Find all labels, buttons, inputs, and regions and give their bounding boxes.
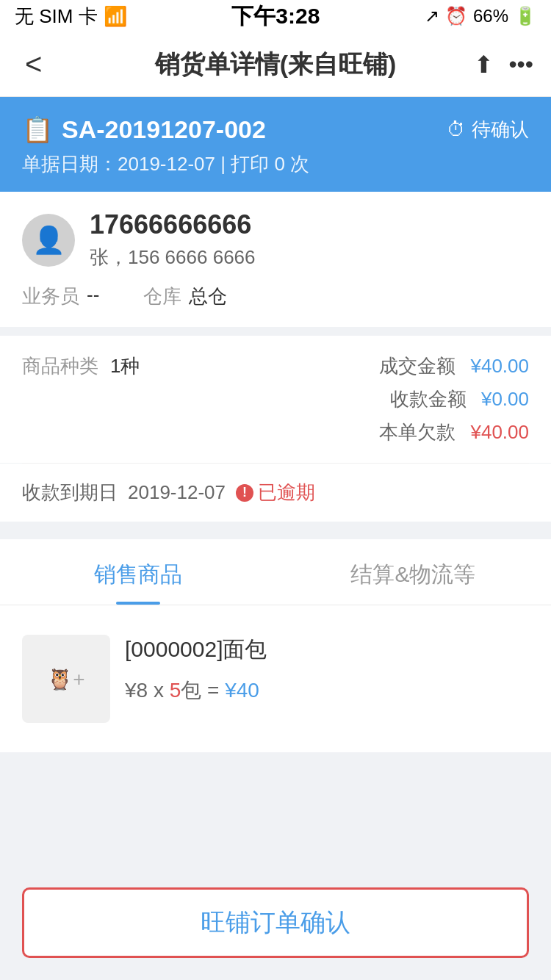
order-id-text: SA-20191207-002	[62, 115, 266, 144]
product-price-row: ¥8 x 5包 = ¥40	[125, 677, 529, 705]
tab-settlement[interactable]: 结算&物流等	[276, 539, 551, 605]
goods-type-label: 商品种类	[22, 353, 98, 379]
order-date: 单据日期：2019-12-07 | 打印 0 次	[22, 151, 529, 177]
wifi-icon: 📶	[104, 5, 127, 28]
back-button[interactable]: <	[18, 40, 49, 88]
goods-type: 商品种类 1种	[22, 353, 140, 379]
status-left: 无 SIM 卡 📶	[15, 4, 127, 29]
amounts: 成交金额 ¥40.00 收款金额 ¥0.00 本单欠款 ¥40.00	[379, 353, 529, 445]
status-bar: 无 SIM 卡 📶 下午3:28 ↗ ⏰ 66% 🔋	[0, 0, 551, 32]
order-icon: 📋	[22, 115, 53, 144]
deal-amount-row: 成交金额 ¥40.00	[379, 353, 529, 379]
tab-settlement-label: 结算&物流等	[350, 562, 475, 586]
summary-section: 商品种类 1种 成交金额 ¥40.00 收款金额 ¥0.00 本单欠款 ¥40.…	[0, 336, 551, 463]
warehouse-item: 仓库 总仓	[143, 284, 227, 309]
product-thumbnail: 🦉+	[22, 635, 110, 723]
customer-name: 张，156 6666 6666	[90, 245, 256, 270]
order-id-row: 📋 SA-20191207-002 ⏱ 待确认	[22, 115, 529, 144]
tab-sales-goods[interactable]: 销售商品	[0, 539, 276, 605]
battery-icon: 🔋	[514, 6, 536, 26]
due-label: 收款到期日	[22, 480, 118, 505]
received-label: 收款金额	[390, 386, 467, 412]
carrier-text: 无 SIM 卡	[15, 4, 98, 29]
product-price-text: ¥8 x	[125, 679, 170, 702]
alarm-icon: ⏰	[445, 6, 467, 26]
list-item: 🦉+ [0000002]面包 ¥8 x 5包 = ¥40	[22, 620, 529, 738]
section-divider-2	[0, 522, 551, 530]
customer-row: 👤 17666666666 张，156 6666 6666	[22, 209, 529, 270]
overdue-badge: ! 已逾期	[236, 480, 315, 505]
salesperson-value: --	[87, 284, 99, 309]
tab-sales-goods-label: 销售商品	[94, 562, 182, 586]
battery-text: 66%	[473, 6, 508, 26]
clock-icon: ⏱	[447, 118, 466, 141]
received-value: ¥0.00	[481, 388, 529, 411]
overdue-text: 已逾期	[258, 480, 315, 505]
due-section: 收款到期日 2019-12-07 ! 已逾期	[0, 464, 551, 522]
product-unit: 包	[181, 679, 201, 702]
owed-amount-row: 本单欠款 ¥40.00	[379, 419, 529, 445]
status-text: 待确认	[472, 117, 529, 143]
order-status: ⏱ 待确认	[447, 117, 529, 143]
customer-info: 17666666666 张，156 6666 6666	[90, 209, 256, 270]
warehouse-value: 总仓	[189, 284, 227, 309]
order-id: 📋 SA-20191207-002	[22, 115, 266, 144]
owed-label: 本单欠款	[379, 419, 455, 445]
product-name: [0000002]面包	[125, 635, 529, 665]
equals-sign: =	[201, 679, 225, 702]
tabs: 销售商品 结算&物流等	[0, 539, 551, 605]
deal-amount-label: 成交金额	[379, 353, 455, 379]
time-display: 下午3:28	[231, 1, 320, 32]
section-divider-1	[0, 327, 551, 336]
page-title: 销货单详情(来自旺铺)	[155, 48, 397, 82]
received-amount-row: 收款金额 ¥0.00	[390, 386, 529, 412]
goods-type-value: 1种	[110, 353, 140, 379]
product-qty: 5	[170, 679, 181, 702]
order-header: 📋 SA-20191207-002 ⏱ 待确认 单据日期：2019-12-07 …	[0, 97, 551, 192]
salesperson-label: 业务员	[22, 284, 79, 309]
customer-section: 👤 17666666666 张，156 6666 6666 业务员 -- 仓库 …	[0, 192, 551, 327]
owed-value: ¥40.00	[470, 421, 529, 444]
customer-meta: 业务员 -- 仓库 总仓	[22, 284, 529, 309]
confirm-button-wrap: 旺铺订单确认	[0, 873, 551, 980]
more-button[interactable]: •••	[508, 51, 533, 78]
confirm-order-button[interactable]: 旺铺订单确认	[22, 887, 529, 958]
due-date: 2019-12-07	[128, 481, 226, 504]
customer-phone: 17666666666	[90, 209, 256, 240]
status-right: ↗ ⏰ 66% 🔋	[425, 6, 536, 26]
product-total: ¥40	[225, 679, 259, 702]
share-button[interactable]: ⬆	[474, 51, 494, 79]
avatar: 👤	[22, 214, 75, 267]
nav-bar: < 销货单详情(来自旺铺) ⬆ •••	[0, 32, 551, 97]
warehouse-label: 仓库	[143, 284, 181, 309]
location-icon: ↗	[425, 6, 439, 26]
deal-amount-value: ¥40.00	[470, 355, 529, 378]
nav-right-actions: ⬆ •••	[474, 51, 533, 79]
product-info: [0000002]面包 ¥8 x 5包 = ¥40	[125, 635, 529, 723]
product-thumb-icon: 🦉+	[47, 667, 84, 691]
overdue-icon: !	[236, 484, 253, 502]
salesperson-item: 业务员 --	[22, 284, 99, 309]
product-list: 🦉+ [0000002]面包 ¥8 x 5包 = ¥40	[0, 605, 551, 752]
